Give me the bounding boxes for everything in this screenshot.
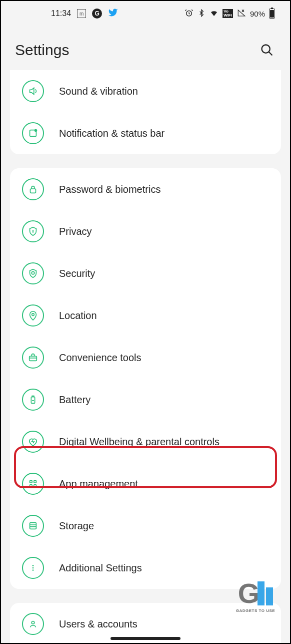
svg-rect-14	[34, 485, 36, 487]
settings-item-label: Convenience tools	[59, 352, 142, 364]
settings-item-label: App management	[59, 478, 138, 490]
svg-point-17	[32, 567, 34, 569]
header: Settings	[1, 26, 290, 74]
settings-item-label: Users & accounts	[59, 618, 138, 630]
user-icon	[22, 613, 44, 635]
wifi-icon	[210, 9, 218, 19]
status-time: 11:34	[51, 9, 71, 18]
svg-rect-5	[30, 189, 36, 193]
settings-item-label: Notification & status bar	[59, 128, 164, 139]
svg-point-19	[32, 621, 34, 624]
svg-text:x: x	[242, 9, 244, 12]
settings-item-app-management[interactable]: App management	[10, 463, 281, 505]
settings-item-convenience-tools[interactable]: Convenience tools	[10, 337, 281, 379]
settings-item-security[interactable]: Security	[10, 252, 281, 294]
settings-item-label: Additional Settings	[59, 562, 142, 574]
settings-item-label: Sound & vibration	[59, 86, 138, 97]
watermark-text: GADGETS TO USE	[223, 608, 288, 613]
notification-icon	[22, 122, 44, 144]
settings-item-storage[interactable]: Storage	[10, 505, 281, 547]
svg-rect-15	[30, 523, 36, 529]
settings-item-label: Password & biometrics	[59, 184, 160, 195]
alarm-icon	[184, 9, 194, 19]
settings-item-sound-vibration[interactable]: Sound & vibration	[10, 70, 281, 112]
svg-point-8	[32, 313, 34, 316]
search-icon	[260, 43, 274, 57]
signal-icon: x	[237, 9, 246, 19]
svg-point-2	[262, 45, 270, 53]
svg-rect-13	[30, 485, 32, 487]
toolbox-icon	[22, 347, 44, 369]
status-bar: 11:34 m G VoWiFi x 90%	[1, 1, 290, 26]
svg-rect-12	[34, 481, 36, 483]
apps-icon	[22, 473, 44, 495]
app-indicator-g-icon: G	[92, 9, 102, 19]
security-icon	[22, 262, 44, 284]
svg-point-16	[32, 565, 34, 566]
vowifi-icon: VoWiFi	[222, 9, 233, 18]
more-icon	[22, 557, 44, 579]
svg-rect-9	[30, 356, 37, 361]
heart-icon	[22, 431, 44, 453]
home-indicator[interactable]	[110, 637, 180, 640]
settings-item-privacy[interactable]: Privacy	[10, 210, 281, 252]
page-title: Settings	[15, 42, 69, 59]
battery-level-icon	[269, 9, 275, 19]
settings-item-label: Location	[59, 310, 97, 321]
svg-point-4	[34, 129, 38, 132]
settings-item-notification-status-bar[interactable]: Notification & status bar	[10, 112, 281, 154]
battery-percentage: 90%	[250, 10, 265, 18]
settings-item-digital-wellbeing[interactable]: Digital Wellbeing & parental controls	[10, 421, 281, 463]
location-icon	[22, 304, 44, 327]
svg-point-7	[32, 271, 34, 274]
app-indicator-m-icon: m	[77, 9, 86, 18]
watermark: G GADGETS TO USE	[223, 579, 288, 613]
battery-setting-icon	[22, 389, 44, 411]
svg-rect-10	[31, 397, 34, 404]
lock-icon	[22, 178, 44, 200]
settings-item-location[interactable]: Location	[10, 294, 281, 337]
settings-item-battery[interactable]: Battery	[10, 379, 281, 421]
privacy-icon	[22, 220, 44, 242]
bluetooth-icon	[198, 9, 206, 19]
search-button[interactable]	[258, 41, 276, 59]
settings-item-label: Storage	[59, 520, 94, 532]
twitter-icon	[108, 8, 118, 20]
settings-item-password-biometrics[interactable]: Password & biometrics	[10, 168, 281, 210]
settings-group-1: Sound & vibration Notification & status …	[10, 70, 281, 154]
volume-icon	[22, 80, 44, 102]
settings-group-2: Password & biometrics Privacy Security L…	[10, 168, 281, 589]
settings-item-label: Security	[59, 268, 95, 279]
storage-icon	[22, 515, 44, 537]
settings-item-label: Digital Wellbeing & parental controls	[59, 436, 220, 448]
svg-rect-11	[30, 481, 32, 483]
settings-item-label: Privacy	[59, 226, 92, 237]
svg-point-18	[32, 569, 34, 571]
settings-item-label: Battery	[59, 394, 90, 406]
